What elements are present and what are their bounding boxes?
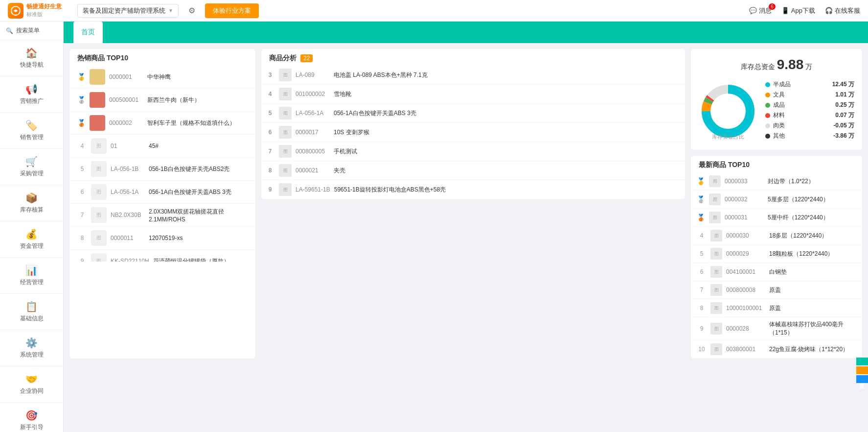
product-name: 056-1B白色按键开关壳ABS2壳	[149, 165, 248, 173]
inventory-summary: 库存总资金 9.88 万	[691, 49, 862, 150]
logo-title: 畅捷通好生意	[26, 3, 62, 11]
product-name: 新西兰牛肉（新牛）	[147, 96, 248, 104]
sidebar-item-finance[interactable]: 💰 资金管理	[0, 221, 63, 258]
product-ranking-list: 3 图 LA-089 电池盖 LA-089 ABS本色+黑种 7.1克 4 图 …	[261, 66, 685, 199]
logo-icon	[8, 3, 23, 19]
product-img: 图	[279, 107, 292, 120]
float-customer-service-btn[interactable]: 客服热线	[856, 358, 868, 365]
product-code: 0000001	[109, 73, 143, 80]
product-code: 001000002	[296, 91, 330, 97]
product-img: 图	[279, 88, 292, 100]
product-code: 0000031	[725, 214, 764, 221]
product-code: LA-056-1B	[111, 166, 145, 172]
hot-products-panel: 热销商品 TOP10 🥇 0000001 中华神鹰 🥈 000500001 新西…	[69, 49, 255, 359]
legend-value: -0.05 万	[833, 121, 854, 130]
product-ranking-item: 7 图 000800005 手机测试	[261, 142, 685, 161]
legend-item: 文具 1.01 万	[765, 91, 854, 99]
sidebar-item-operations[interactable]: 📊 经营管理	[0, 258, 63, 294]
product-thumbnail: 图	[91, 138, 107, 154]
product-name: 18多层（1220*2440）	[769, 232, 856, 240]
product-img: 图	[279, 126, 292, 139]
newest-product-item: 🥉 图 0000031 5厘中纤（1220*2440）	[691, 209, 862, 227]
money-icon: 💰	[25, 228, 38, 240]
system-selector[interactable]: 装备及固定资产辅助管理系统 ▼	[77, 4, 179, 18]
product-name: 体械嘉枝味苏打饮品400毫升（1*15）	[769, 320, 856, 337]
trial-button[interactable]: 体验行业方案	[205, 3, 259, 18]
rank-number: 5	[265, 110, 275, 117]
legend-value: 12.45 万	[832, 80, 854, 89]
inventory-panel: 库存总资金 9.88 万	[691, 49, 862, 150]
donut-section: 库存资金占比 半成品 12.45 万 文具 1.01 万 成品 0.25 万 材…	[699, 76, 854, 146]
legend-dot	[765, 103, 770, 108]
product-code: LA-59651-1B	[296, 186, 330, 193]
legend-dot	[765, 134, 770, 139]
product-thumbnail: 图	[91, 184, 107, 200]
donut-label: 库存资金占比	[699, 133, 757, 141]
product-code: 0000029	[726, 250, 765, 257]
sidebar-item-basics[interactable]: 📋 基础信息	[0, 294, 63, 330]
product-ranking-item: 8 图 0000021 夹壳	[261, 161, 685, 180]
hot-product-item: 5 图 LA-056-1B 056-1B白色按键开关壳ABS2壳	[69, 158, 255, 181]
product-thumbnail: 图	[91, 161, 107, 177]
newest-products-list: 🥇 图 0000033 封边带（1.0*22） 🥈 图 0000032 5厘多层…	[691, 172, 862, 359]
product-name: 智利车子里（规格不知道填什么）	[147, 119, 248, 127]
product-code: 0000033	[725, 178, 764, 185]
rank-number: 6	[265, 129, 275, 136]
legend-item: 成品 0.25 万	[765, 101, 854, 109]
sidebar: 🔍 搜索菜单 🏠 快捷导航 📢 营销推广 🏷️ 销售管理 🛒 采购管理 📦 库存…	[0, 22, 64, 432]
sidebar-item-sales[interactable]: 🏷️ 销售管理	[0, 113, 63, 149]
product-ranking-item: 9 图 LA-59651-1B 59651-1B旋转投影灯电池盒ABS黑色+58…	[261, 180, 685, 199]
search-menu-item[interactable]: 🔍 搜索菜单	[0, 22, 63, 40]
product-name: 封边带（1.0*22）	[768, 177, 856, 186]
product-code: 01	[111, 143, 145, 149]
newest-products-title: 最新商品 TOP10	[699, 161, 750, 169]
legend-name: 材料	[773, 111, 832, 120]
product-code: 000800005	[296, 148, 330, 155]
newest-product-item: 9 图 0000028 体械嘉枝味苏打饮品400毫升（1*15）	[691, 317, 862, 340]
product-code: LA-089	[296, 72, 330, 78]
float-live-btn[interactable]: 直播	[856, 375, 868, 383]
legend-dot	[765, 93, 770, 97]
product-thumbnail: 图	[91, 230, 107, 246]
settings-button[interactable]: ⚙	[184, 3, 199, 18]
product-name: 5厘中纤（1220*2440）	[768, 214, 856, 222]
donut-chart: 库存资金占比	[699, 82, 757, 141]
online-service-button[interactable]: 🎧 在线客服	[825, 6, 860, 15]
newest-products-header: 最新商品 TOP10	[691, 156, 862, 172]
middle-column: 商品分析 22 3 图 LA-089 电池盖 LA-089 ABS本色+黑种 7…	[261, 49, 685, 359]
product-name: 夹壳	[334, 167, 681, 175]
sidebar-item-quick-nav[interactable]: 🏠 快捷导航	[0, 40, 63, 76]
topbar: 畅捷通好生意 标准版 装备及固定资产辅助管理系统 ▼ ⚙ 体验行业方案 💬 消息…	[0, 0, 868, 22]
rank-number: 4	[697, 232, 707, 239]
product-thumbnail	[90, 69, 105, 85]
hot-product-item: 7 图 NB2.0X30B 2.0X30MM双搓花轴搓花直径2.1MM/ROHS	[69, 204, 255, 227]
product-code: LA-056-1A	[296, 110, 330, 117]
product-code: 0000017	[296, 129, 330, 136]
legend-name: 其他	[773, 132, 830, 140]
headset-icon: 🎧	[825, 7, 833, 14]
hot-product-item: 4 图 01 45#	[69, 135, 255, 158]
legend-list: 半成品 12.45 万 文具 1.01 万 成品 0.25 万 材料 0.07 …	[765, 80, 854, 142]
messages-button[interactable]: 💬 消息 6	[749, 6, 772, 15]
app-download-button[interactable]: 📱 App下载	[781, 6, 815, 15]
product-img: 图	[710, 230, 722, 241]
legend-dot	[765, 123, 770, 128]
sidebar-item-system[interactable]: ⚙️ 系统管理	[0, 330, 63, 366]
sidebar-item-guide[interactable]: 🎯 新手引导	[0, 403, 63, 432]
topbar-right: 💬 消息 6 📱 App下载 🎧 在线客服	[749, 6, 860, 15]
tab-home-label: 首页	[81, 28, 95, 37]
tab-home[interactable]: 首页	[73, 22, 103, 43]
float-community-btn[interactable]: 服务社区	[856, 366, 868, 374]
legend-value: 1.01 万	[835, 91, 854, 99]
logo-area: 畅捷通好生意 标准版	[8, 3, 71, 19]
sidebar-label-system: 系统管理	[20, 351, 44, 359]
tag-icon: 🏷️	[25, 120, 38, 131]
sidebar-item-marketing[interactable]: 📢 营销推广	[0, 76, 63, 113]
content-area: 热销商品 TOP10 🥇 0000001 中华神鹰 🥈 000500001 新西…	[64, 43, 868, 364]
sidebar-item-inventory[interactable]: 📦 库存核算	[0, 185, 63, 221]
sidebar-item-purchase[interactable]: 🛒 采购管理	[0, 149, 63, 185]
search-menu-label: 搜索菜单	[16, 26, 40, 35]
search-icon: 🔍	[6, 27, 13, 34]
sidebar-item-enterprise[interactable]: 🤝 企业协同	[0, 366, 63, 403]
rank-number: 4	[265, 91, 275, 97]
